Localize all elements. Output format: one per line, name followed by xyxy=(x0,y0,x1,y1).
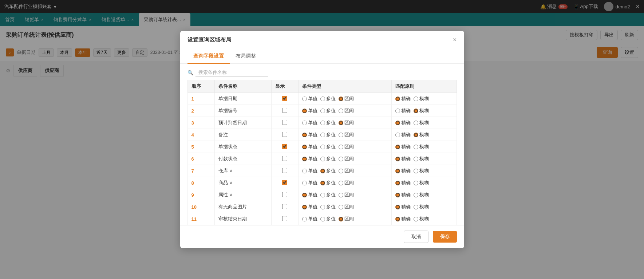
row-display-8[interactable] xyxy=(271,189,298,201)
type-option-多值-9[interactable]: 多值 xyxy=(320,204,336,210)
match-option-模糊-1[interactable]: 模糊 xyxy=(414,107,429,114)
match-option-精确-3[interactable]: 精确 xyxy=(395,131,411,138)
row-type-9[interactable]: 单值多值区间 xyxy=(298,201,392,213)
match-option-精确-8[interactable]: 精确 xyxy=(395,192,411,198)
type-option-多值-4[interactable]: 多值 xyxy=(320,144,336,150)
match-option-模糊-5[interactable]: 模糊 xyxy=(414,156,429,162)
row-type-8[interactable]: 单值多值区间 xyxy=(298,189,392,201)
match-option-模糊-8[interactable]: 模糊 xyxy=(414,192,429,198)
type-option-多值-0[interactable]: 多值 xyxy=(320,95,336,102)
row-type-2[interactable]: 单值多值区间 xyxy=(298,117,392,129)
match-option-模糊-0[interactable]: 模糊 xyxy=(414,95,429,102)
type-option-单值-5[interactable]: 单值 xyxy=(302,156,317,162)
type-option-区间-1[interactable]: 区间 xyxy=(339,107,354,114)
row-type-4[interactable]: 单值多值区间 xyxy=(298,141,392,153)
match-option-精确-2[interactable]: 精确 xyxy=(395,119,411,126)
row-type-6[interactable]: 单值多值区间 xyxy=(298,165,392,177)
type-option-单值-2[interactable]: 单值 xyxy=(302,119,317,126)
row-type-3[interactable]: 单值多值区间 xyxy=(298,129,392,141)
type-option-单值-6[interactable]: 单值 xyxy=(302,168,317,174)
row-display-10[interactable] xyxy=(271,213,298,225)
row-match-0[interactable]: 精确模糊 xyxy=(392,93,457,105)
type-option-区间-7[interactable]: 区间 xyxy=(339,180,354,186)
type-option-单值-8[interactable]: 单值 xyxy=(302,192,317,198)
match-option-精确-0[interactable]: 精确 xyxy=(395,95,411,102)
type-option-单值-0[interactable]: 单值 xyxy=(302,95,317,102)
match-option-模糊-4[interactable]: 模糊 xyxy=(414,144,429,150)
cancel-btn[interactable]: 取消 xyxy=(404,231,428,243)
type-option-多值-2[interactable]: 多值 xyxy=(320,119,336,126)
type-option-区间-9[interactable]: 区间 xyxy=(339,204,354,210)
row-type-1[interactable]: 单值多值区间 xyxy=(298,105,392,117)
row-type-10[interactable]: 单值多值区间 xyxy=(298,213,392,225)
row-display-4[interactable] xyxy=(271,141,298,153)
row-match-4[interactable]: 精确模糊 xyxy=(392,141,457,153)
display-checkbox-7[interactable] xyxy=(282,180,287,185)
row-display-5[interactable] xyxy=(271,153,298,165)
tab-layout-adjust[interactable]: 布局调整 xyxy=(230,49,262,64)
match-option-模糊-9[interactable]: 模糊 xyxy=(414,204,429,210)
match-option-模糊-6[interactable]: 模糊 xyxy=(414,168,429,174)
display-checkbox-5[interactable] xyxy=(282,156,287,161)
row-match-6[interactable]: 精确模糊 xyxy=(392,165,457,177)
match-option-精确-6[interactable]: 精确 xyxy=(395,168,411,174)
row-display-1[interactable] xyxy=(271,105,298,117)
type-option-多值-8[interactable]: 多值 xyxy=(320,192,336,198)
type-option-区间-10[interactable]: 区间 xyxy=(339,216,354,222)
type-option-多值-10[interactable]: 多值 xyxy=(320,216,336,222)
save-btn[interactable]: 保存 xyxy=(433,231,457,243)
row-match-9[interactable]: 精确模糊 xyxy=(392,201,457,213)
type-option-单值-3[interactable]: 单值 xyxy=(302,131,317,138)
match-option-精确-4[interactable]: 精确 xyxy=(395,144,411,150)
type-option-多值-1[interactable]: 多值 xyxy=(320,107,336,114)
match-option-精确-9[interactable]: 精确 xyxy=(395,204,411,210)
row-display-0[interactable] xyxy=(271,93,298,105)
row-type-7[interactable]: 单值多值区间 xyxy=(298,177,392,189)
row-display-9[interactable] xyxy=(271,201,298,213)
display-checkbox-2[interactable] xyxy=(282,120,287,125)
display-checkbox-6[interactable] xyxy=(282,168,287,173)
type-option-区间-5[interactable]: 区间 xyxy=(339,156,354,162)
display-checkbox-3[interactable] xyxy=(282,132,287,137)
row-display-3[interactable] xyxy=(271,129,298,141)
type-option-单值-7[interactable]: 单值 xyxy=(302,180,317,186)
type-option-多值-7[interactable]: 多值 xyxy=(320,180,336,186)
type-option-单值-4[interactable]: 单值 xyxy=(302,144,317,150)
modal-close-btn[interactable]: × xyxy=(453,36,457,44)
row-type-5[interactable]: 单值多值区间 xyxy=(298,153,392,165)
type-option-单值-10[interactable]: 单值 xyxy=(302,216,317,222)
type-option-单值-1[interactable]: 单值 xyxy=(302,107,317,114)
row-match-8[interactable]: 精确模糊 xyxy=(392,189,457,201)
type-option-区间-4[interactable]: 区间 xyxy=(339,144,354,150)
type-option-区间-3[interactable]: 区间 xyxy=(339,131,354,138)
row-display-2[interactable] xyxy=(271,117,298,129)
match-option-模糊-3[interactable]: 模糊 xyxy=(414,131,429,138)
row-display-7[interactable] xyxy=(271,177,298,189)
type-option-区间-6[interactable]: 区间 xyxy=(339,168,354,174)
row-match-5[interactable]: 精确模糊 xyxy=(392,153,457,165)
type-option-多值-6[interactable]: 多值 xyxy=(320,168,336,174)
display-checkbox-8[interactable] xyxy=(282,192,287,197)
display-checkbox-4[interactable] xyxy=(282,144,287,149)
condition-search-input[interactable] xyxy=(195,68,268,77)
type-option-单值-9[interactable]: 单值 xyxy=(302,204,317,210)
match-option-精确-5[interactable]: 精确 xyxy=(395,156,411,162)
match-option-精确-10[interactable]: 精确 xyxy=(395,216,411,222)
display-checkbox-0[interactable] xyxy=(282,96,287,101)
match-option-模糊-2[interactable]: 模糊 xyxy=(414,119,429,126)
type-option-多值-3[interactable]: 多值 xyxy=(320,131,336,138)
match-option-模糊-7[interactable]: 模糊 xyxy=(414,180,429,186)
display-checkbox-10[interactable] xyxy=(282,216,287,221)
type-option-多值-5[interactable]: 多值 xyxy=(320,156,336,162)
row-match-2[interactable]: 精确模糊 xyxy=(392,117,457,129)
display-checkbox-9[interactable] xyxy=(282,204,287,209)
row-match-10[interactable]: 精确模糊 xyxy=(392,213,457,225)
match-option-精确-7[interactable]: 精确 xyxy=(395,180,411,186)
type-option-区间-0[interactable]: 区间 xyxy=(339,95,354,102)
match-option-精确-1[interactable]: 精确 xyxy=(395,107,411,114)
row-type-0[interactable]: 单值多值区间 xyxy=(298,93,392,105)
type-option-区间-8[interactable]: 区间 xyxy=(339,192,354,198)
match-option-模糊-10[interactable]: 模糊 xyxy=(414,216,429,222)
row-match-7[interactable]: 精确模糊 xyxy=(392,177,457,189)
display-checkbox-1[interactable] xyxy=(282,108,287,113)
